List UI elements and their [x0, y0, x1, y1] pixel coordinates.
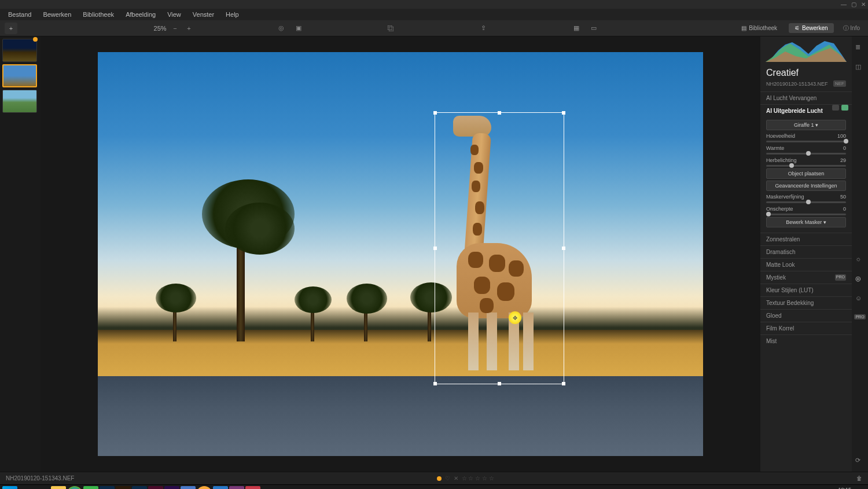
- rating-stars[interactable]: ☆ ☆ ☆ ☆ ☆: [462, 475, 494, 481]
- favorite-icon[interactable]: ♡: [445, 475, 450, 481]
- premiere-icon[interactable]: Pr: [164, 486, 179, 490]
- handle-tr[interactable]: [562, 111, 565, 115]
- zoom-out-button[interactable]: −: [170, 23, 181, 34]
- info-button[interactable]: ⓘ Info: [840, 23, 863, 34]
- compare-icon[interactable]: ▣: [293, 23, 304, 34]
- amount-slider[interactable]: [766, 141, 846, 142]
- advanced-settings-button[interactable]: Geavanceerde Instellingen: [766, 181, 846, 191]
- preview-icon[interactable]: ◎: [275, 23, 287, 34]
- zoom-in-button[interactable]: +: [184, 23, 194, 34]
- toggle-icon[interactable]: [841, 105, 848, 111]
- ai-ext-sky-controls: Giraffe 1 ▾ Hoeveelheid100 Warmte0 Herbe…: [760, 117, 852, 233]
- pro-badge[interactable]: PRO: [854, 314, 865, 319]
- essentials-icon[interactable]: ☼: [855, 255, 865, 264]
- thumbnail-2[interactable]: [2, 64, 37, 87]
- menu-library[interactable]: Bibliotheek: [78, 10, 119, 19]
- filter-sunrays[interactable]: Zonnestralen: [760, 233, 852, 245]
- menu-view[interactable]: View: [163, 10, 186, 19]
- grid-icon[interactable]: ▦: [571, 23, 582, 34]
- single-icon[interactable]: ▭: [588, 23, 599, 34]
- start-button[interactable]: ⊞: [2, 486, 17, 490]
- menu-window[interactable]: Venster: [188, 10, 219, 19]
- relight-slider[interactable]: [766, 165, 846, 167]
- max-button[interactable]: ▢: [851, 1, 856, 8]
- photoshop-icon[interactable]: Ps: [132, 486, 147, 490]
- pick-indicator[interactable]: [437, 476, 442, 481]
- chrome-icon[interactable]: [67, 486, 82, 490]
- app-10[interactable]: [213, 486, 228, 490]
- handle-lm[interactable]: [433, 247, 437, 250]
- filter-ai-ext-sky[interactable]: AI Uitgebreide Lucht: [760, 104, 852, 117]
- mask-label: Maskerverfijning: [766, 194, 804, 200]
- app-green[interactable]: [83, 486, 98, 490]
- add-button[interactable]: +: [5, 23, 17, 34]
- trash-icon[interactable]: 🗑: [856, 475, 862, 481]
- min-button[interactable]: —: [841, 1, 847, 8]
- histogram[interactable]: [760, 36, 852, 65]
- handle-rm[interactable]: [562, 247, 565, 250]
- onenote-icon[interactable]: N: [229, 486, 244, 490]
- place-object-button[interactable]: Object plaatsen: [766, 168, 846, 179]
- channels-icon[interactable]: ◫: [855, 63, 865, 72]
- tab-library[interactable]: ▤ Bibliotheek: [735, 23, 783, 33]
- menu-help[interactable]: Help: [221, 10, 244, 19]
- filter-texture[interactable]: Textuur Bedekking: [760, 296, 852, 309]
- app-9[interactable]: [197, 486, 212, 490]
- reject-icon[interactable]: ✕: [454, 475, 458, 481]
- layers-icon[interactable]: ≣: [855, 43, 865, 53]
- reset-icon[interactable]: [832, 105, 839, 111]
- menu-image[interactable]: Afbeelding: [121, 10, 160, 19]
- close-button[interactable]: ✕: [861, 1, 866, 8]
- warmth-value: 0: [843, 145, 846, 151]
- filter-dramatic[interactable]: Dramatisch: [760, 245, 852, 258]
- thumbnail-1[interactable]: [2, 39, 37, 62]
- menu-edit[interactable]: Bewerken: [38, 10, 76, 19]
- preset-dropdown[interactable]: Giraffe 1 ▾: [766, 120, 846, 130]
- filter-lut[interactable]: Kleur Stijlen (LUT): [760, 284, 852, 296]
- mask-slider[interactable]: [766, 201, 846, 203]
- indesign-icon[interactable]: Id: [148, 486, 163, 490]
- clock[interactable]: 10:15 15-4-2020: [827, 487, 855, 489]
- tab-edit[interactable]: ⚟ Bewerken: [789, 23, 833, 33]
- handle-bl[interactable]: [433, 382, 437, 385]
- filename: NH20190120-151343.NEF: [766, 81, 828, 87]
- panel-title: Creatief: [760, 65, 852, 79]
- history-icon[interactable]: ⟳: [855, 457, 865, 466]
- selection-box[interactable]: [435, 112, 564, 384]
- menubar: Bestand Bewerken Bibliotheek Afbeelding …: [0, 9, 868, 20]
- handle-tm[interactable]: [498, 111, 501, 115]
- zoom-level[interactable]: 25%: [154, 25, 167, 32]
- search-icon[interactable]: 🔍: [19, 486, 34, 490]
- taskbar: ⊞ 🔍 ❐ Lr Br Ps Id Pr N ˄ ☁ 👤 ▮ 📶 🔊 NLD 1…: [0, 484, 868, 489]
- app-8[interactable]: [181, 486, 196, 490]
- status-filename: NH20190120-151343.NEF: [6, 475, 74, 481]
- canvas-area[interactable]: ✥: [41, 36, 760, 472]
- warmth-slider[interactable]: [766, 153, 846, 155]
- filter-glow[interactable]: Gloed: [760, 309, 852, 322]
- handle-br[interactable]: [562, 382, 565, 385]
- creative-icon[interactable]: ◎: [855, 275, 865, 284]
- thumbnail-3[interactable]: [2, 90, 37, 113]
- filter-mist[interactable]: Mist: [760, 334, 852, 347]
- menu-file[interactable]: Bestand: [3, 10, 36, 19]
- move-cursor-icon: ✥: [509, 311, 521, 324]
- defocus-slider[interactable]: [766, 214, 846, 215]
- crop-icon[interactable]: ⿻: [385, 23, 397, 34]
- edit-mask-button[interactable]: Bewerk Masker ▾: [766, 217, 846, 227]
- image-canvas[interactable]: ✥: [98, 52, 703, 456]
- portrait-icon[interactable]: ☺: [855, 295, 865, 304]
- filename-row: NH20190120-151343.NEF NEF: [760, 79, 852, 91]
- app-12[interactable]: [245, 486, 260, 490]
- bridge-icon[interactable]: Br: [116, 486, 131, 490]
- filter-grain[interactable]: Film Korrel: [760, 322, 852, 334]
- filter-mystic[interactable]: MystiekPRO: [760, 271, 852, 284]
- share-icon[interactable]: ⇪: [478, 23, 490, 34]
- taskview-icon[interactable]: ❐: [35, 486, 50, 490]
- lightroom-icon[interactable]: Lr: [100, 486, 115, 490]
- handle-tl[interactable]: [433, 111, 437, 115]
- handle-bm[interactable]: [498, 382, 501, 385]
- filter-matte[interactable]: Matte Look: [760, 258, 852, 271]
- filter-ai-sky-replace[interactable]: AI Lucht Vervangen: [760, 91, 852, 104]
- explorer-icon[interactable]: [51, 486, 66, 490]
- filmstrip: [0, 36, 41, 472]
